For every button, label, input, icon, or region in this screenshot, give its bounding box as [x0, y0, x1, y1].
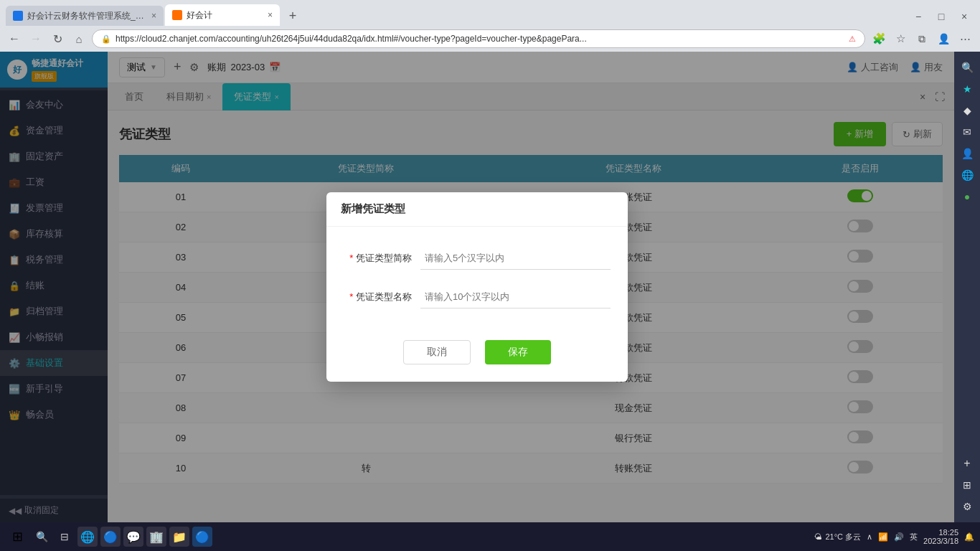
nav-back-btn[interactable]: ←: [6, 30, 23, 47]
taskbar-folder-icon[interactable]: 📁: [169, 527, 189, 547]
nav-refresh-btn[interactable]: ↻: [49, 30, 66, 47]
nav-home-btn[interactable]: ⌂: [70, 30, 88, 47]
collections-btn[interactable]: ⧉: [913, 29, 931, 48]
tab-title-1: 好会计云财务软件管理系统_会计: [27, 10, 147, 22]
modal-title: 新增凭证类型: [341, 202, 405, 215]
taskbar-explorer-icon[interactable]: 🌐: [77, 527, 98, 547]
taskbar-notification-icon[interactable]: 🔔: [964, 532, 974, 542]
more-btn[interactable]: ⋯: [956, 29, 974, 48]
url-text: https://cloud2.chanjet.com/accounting/uh…: [116, 34, 844, 44]
weather-text: 21°C 多云: [825, 532, 861, 542]
tab-close-2[interactable]: ×: [268, 10, 273, 20]
taskbar-expand-icon[interactable]: ∧: [867, 532, 872, 542]
weather-icon: 🌤: [814, 532, 822, 541]
taskbar-clock: 18:25 2023/3/18: [923, 528, 958, 545]
security-icon: ⚠: [849, 34, 856, 44]
taskbar-date: 2023/3/18: [923, 537, 958, 545]
tab-close-1[interactable]: ×: [151, 11, 156, 21]
new-tab-button[interactable]: +: [283, 6, 303, 26]
form-row-short: * 凭证类型简称: [344, 247, 611, 270]
form-row-name: * 凭证类型名称: [344, 286, 611, 309]
modal-header: 新增凭证类型: [326, 192, 628, 227]
taskbar-search-icon[interactable]: 🔍: [32, 527, 52, 547]
taskbar-edge-icon[interactable]: 🔵: [192, 527, 212, 547]
taskbar-right: 🌤 21°C 多云 ∧ 📶 🔊 英 18:25 2023/3/18 🔔: [814, 528, 974, 545]
browser-chrome: 好会计云财务软件管理系统_会计 × 好会计 × + − □ × ← → ↻ ⌂ …: [0, 0, 980, 52]
tab-icon-1: [13, 11, 23, 21]
bookmark-btn[interactable]: ☆: [891, 29, 910, 48]
rt-mail-btn[interactable]: ✉: [957, 122, 977, 142]
rt-btn-3[interactable]: ◆: [957, 100, 977, 121]
taskbar-multitask-icon[interactable]: ⊟: [55, 527, 75, 547]
address-bar: ← → ↻ ⌂ 🔒 https://cloud2.chanjet.com/acc…: [0, 26, 980, 52]
window-controls: − □ ×: [908, 10, 974, 26]
rt-grid-btn[interactable]: ⊞: [957, 475, 977, 495]
taskbar-weather: 🌤 21°C 多云: [814, 532, 861, 542]
tab-icon-2: [172, 10, 182, 20]
tab-title-2: 好会计: [187, 9, 263, 22]
taskbar-wechat-icon[interactable]: 💬: [123, 527, 143, 547]
nav-forward-btn[interactable]: →: [27, 30, 44, 47]
right-tools-panel: 🔍 ★ ◆ ✉ 👤 🌐 ● + ⊞ ⚙: [954, 52, 980, 522]
taskbar-apps: 🔍 ⊟ 🌐 🔵 💬 🏢 📁 🔵: [32, 527, 811, 547]
tab-bar: 好会计云财务软件管理系统_会计 × 好会计 × + − □ ×: [0, 0, 980, 26]
modal-body: * 凭证类型简称 * 凭证类型名称: [326, 227, 628, 334]
short-name-label: * 凭证类型简称: [344, 252, 412, 265]
modal-footer: 取消 保存: [326, 334, 628, 382]
rt-globe-btn[interactable]: 🌐: [957, 165, 977, 185]
taskbar-wifi-icon[interactable]: 📶: [878, 532, 888, 542]
close-btn[interactable]: ×: [954, 10, 974, 23]
url-bar[interactable]: 🔒 https://cloud2.chanjet.com/accounting/…: [92, 29, 865, 48]
tab-inactive[interactable]: 好会计云财务软件管理系统_会计 ×: [6, 6, 164, 26]
rt-person-btn[interactable]: 👤: [957, 143, 977, 164]
taskbar-chrome-icon[interactable]: 🔵: [100, 527, 121, 547]
rt-green-btn[interactable]: ●: [957, 187, 977, 207]
save-button[interactable]: 保存: [485, 340, 551, 364]
taskbar-volume-icon[interactable]: 🔊: [894, 532, 904, 542]
browser-action-btns: 🧩 ☆ ⧉ 👤 ⋯: [870, 29, 974, 48]
modal-overlay: 新增凭证类型 * 凭证类型简称 * 凭证类型名称 取消 保存: [0, 52, 954, 522]
name-label: * 凭证类型名称: [344, 291, 412, 303]
taskbar-lang: 英: [910, 532, 918, 542]
modal-dialog: 新增凭证类型 * 凭证类型简称 * 凭证类型名称 取消 保存: [326, 192, 628, 382]
cancel-button[interactable]: 取消: [403, 340, 471, 364]
minimize-btn[interactable]: −: [908, 10, 928, 23]
rt-search-btn[interactable]: 🔍: [957, 57, 977, 77]
short-name-input[interactable]: [420, 247, 611, 270]
maximize-btn[interactable]: □: [931, 10, 951, 23]
rt-plus-btn[interactable]: +: [957, 453, 977, 474]
rt-star-btn[interactable]: ★: [957, 79, 977, 99]
name-input[interactable]: [420, 286, 611, 309]
taskbar-time: 18:25: [938, 528, 958, 537]
lock-icon: 🔒: [101, 34, 111, 44]
tab-active[interactable]: 好会计 ×: [165, 4, 280, 26]
start-button[interactable]: ⊞: [6, 525, 29, 548]
taskbar-office-icon[interactable]: 🏢: [146, 527, 166, 547]
rt-settings-btn[interactable]: ⚙: [957, 496, 977, 517]
profile-btn[interactable]: 👤: [934, 29, 953, 48]
extensions-btn[interactable]: 🧩: [870, 29, 888, 48]
taskbar: ⊞ 🔍 ⊟ 🌐 🔵 💬 🏢 📁 🔵 🌤 21°C 多云 ∧ 📶 🔊 英 18:2…: [0, 522, 980, 551]
